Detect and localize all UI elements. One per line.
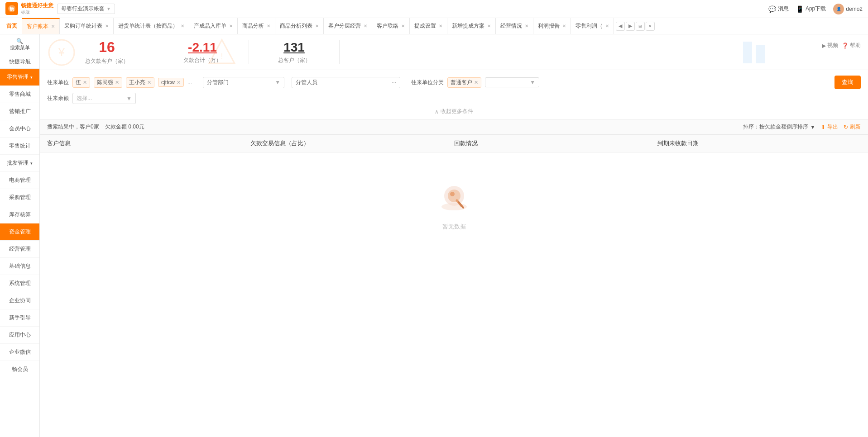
nav-expand-btn[interactable]: ⊞ (636, 22, 645, 31)
top-header: 畅 畅捷通好生意 标版 母婴行业演示帐套 ▼ 💬 消息 📱 App下载 👤 de… (0, 0, 868, 18)
nav-next-btn[interactable]: ▶ (626, 22, 635, 31)
sidebar-item-member-benefit[interactable]: 畅会员 (0, 361, 39, 378)
filter-tag-normal-customer-close[interactable]: ✕ (474, 80, 478, 86)
tab-close-icon[interactable]: ✕ (401, 24, 405, 28)
tab-customer-tier[interactable]: 客户分层经营 ✕ (324, 18, 372, 34)
sidebar-item-retail-stats[interactable]: 零售统计 (0, 138, 39, 155)
tab-close-icon[interactable]: ✕ (51, 24, 55, 29)
filter-person-select[interactable]: 分管人员 ··· (292, 77, 400, 88)
sidebar-item-ops-mgmt[interactable]: 经营管理 (0, 241, 39, 258)
tab-close-icon[interactable]: ✕ (364, 24, 367, 28)
stat-total-customers-label: 总客户（家） (278, 57, 311, 64)
stat-card-total-customers: 131 总客户（家） (249, 40, 340, 64)
tab-close-icon[interactable]: ✕ (105, 24, 109, 28)
top-header-right: 💬 消息 📱 App下载 👤 demo2 (768, 4, 863, 14)
filter-balance-label: 往来余额 (47, 95, 69, 102)
tab-new-promotion[interactable]: 新增提成方案 ✕ (447, 18, 496, 34)
sidebar-item-sys-mgmt[interactable]: 系统管理 (0, 275, 39, 292)
account-selector[interactable]: 母婴行业演示帐套 ▼ (57, 4, 115, 14)
tab-customer-connect-label: 客户联络 (377, 22, 398, 30)
filter-dept-select[interactable]: 分管部门 ▼ (203, 77, 284, 88)
tab-product-inbound-label: 产成品入库单 (194, 22, 226, 30)
tab-close-icon[interactable]: ✕ (229, 24, 233, 28)
app-download-btn[interactable]: 📱 App下载 (796, 5, 826, 13)
stat-total-customers-value: 131 (283, 40, 305, 55)
tab-close-icon[interactable]: ✕ (562, 24, 566, 28)
sidebar-item-purchase-mgmt[interactable]: 采购管理 (0, 189, 39, 206)
table-col-date-label: 到期未收款日期 (657, 140, 699, 147)
tab-business-status[interactable]: 经营情况 ✕ (496, 18, 533, 34)
result-bar: 搜索结果中，客户0家 欠款金额 0.00元 排序：按欠款金额倒序排序 ▼ ⬆ 导… (40, 119, 868, 135)
search-icon: 🔍 (16, 38, 23, 44)
tab-profit-report[interactable]: 利润报告 ✕ (533, 18, 571, 34)
sidebar-item-new-guide[interactable]: 新手引导 (0, 309, 39, 327)
export-btn[interactable]: ⬆ 导出 (821, 123, 838, 131)
tab-purchase-order[interactable]: 采购订单统计表 ✕ (60, 18, 114, 34)
tab-accounts[interactable]: 客户账本 ✕ (22, 18, 60, 34)
sidebar-item-retail-mall[interactable]: 零售商城 (0, 86, 39, 103)
tab-retail-profit[interactable]: 零售利润（ ✕ (571, 18, 614, 34)
tab-close-icon[interactable]: ✕ (487, 24, 491, 28)
tab-close-icon[interactable]: ✕ (605, 24, 609, 28)
nav-prev-btn[interactable]: ◀ (616, 22, 625, 31)
sort-select[interactable]: 排序：按欠款金额倒序排序 ▼ (743, 123, 815, 131)
filter-balance-select[interactable]: 选择... ▼ (72, 93, 136, 104)
sidebar-search[interactable]: 🔍 搜索菜单 (0, 34, 39, 55)
sidebar-item-basic-info[interactable]: 基础信息 (0, 258, 39, 275)
help-btn[interactable]: ❓ 帮助 (842, 42, 861, 49)
user-profile[interactable]: 👤 demo2 (833, 4, 863, 14)
tab-close-icon[interactable]: ✕ (181, 24, 184, 28)
collapse-btn[interactable]: ∧ 收起更多条件 (427, 108, 481, 115)
sidebar-item-enterprise-collab[interactable]: 企业协同 (0, 292, 39, 309)
filter-unit-class-label: 往来单位分类 (411, 79, 444, 86)
filter-tag-cjttcw-close[interactable]: ✕ (177, 80, 181, 86)
sidebar-item-enterprise-wechat[interactable]: 企业微信 (0, 344, 39, 361)
sidebar-item-inventory[interactable]: 库存核算 (0, 206, 39, 223)
refresh-btn[interactable]: ↻ 刷新 (844, 123, 861, 131)
filter-row-2: 往来余额 选择... ▼ (47, 93, 861, 104)
sidebar-item-marketing[interactable]: 营销推广 (0, 103, 39, 120)
sidebar-item-capital-mgmt-label: 资金管理 (9, 228, 31, 235)
tab-product-analysis-label: 商品分析 (242, 22, 264, 30)
tab-home[interactable]: 首页 (2, 18, 22, 34)
sidebar-item-capital-mgmt[interactable]: 资金管理 (0, 223, 39, 241)
filter-tag-chen-close[interactable]: ✕ (115, 80, 119, 86)
collapse-label: 收起更多条件 (441, 108, 473, 115)
filter-tag-wu-close[interactable]: ✕ (83, 80, 87, 86)
filter-tag-wang-close[interactable]: ✕ (147, 80, 151, 86)
filter-tag-wang: 王小亮 ✕ (126, 77, 154, 88)
tab-promotion-settings-label: 提成设置 (414, 22, 436, 30)
sidebar-item-batch-mgmt[interactable]: 批发管理 ▾ (0, 155, 39, 172)
tab-product-analysis[interactable]: 商品分析 ✕ (238, 18, 275, 34)
sidebar-item-retail-mgmt[interactable]: 零售管理 ▾ (0, 69, 39, 86)
chevron-icon: ▾ (30, 75, 33, 80)
tab-customer-connect[interactable]: 客户联络 ✕ (372, 18, 410, 34)
username: demo2 (846, 6, 863, 12)
tab-inbound-stats[interactable]: 进货单统计表（按商品） ✕ (114, 18, 189, 34)
tab-product-analysis-list[interactable]: 商品分析列表 ✕ (275, 18, 324, 34)
collapse-icon: ∧ (435, 109, 439, 115)
sidebar-item-member-center[interactable]: 会员中心 (0, 120, 39, 138)
filter-unit-class-select[interactable]: ▼ (485, 77, 539, 87)
tab-close-icon[interactable]: ✕ (315, 24, 319, 28)
tab-product-inbound[interactable]: 产成品入库单 ✕ (189, 18, 238, 34)
filter-more-btn[interactable]: ... (187, 79, 192, 86)
video-btn[interactable]: ▶ 视频 (822, 42, 838, 49)
stats-bg-icon-3 (739, 38, 768, 68)
sidebar-item-app-center[interactable]: 应用中心 (0, 327, 39, 344)
nav-close-all-btn[interactable]: ✕ (646, 22, 655, 31)
table-col-date: 到期未收款日期 (657, 139, 861, 147)
search-button[interactable]: 查询 (834, 76, 861, 89)
sidebar-quick-nav[interactable]: 快捷导航 (0, 55, 39, 69)
tab-close-icon[interactable]: ✕ (439, 24, 442, 28)
message-btn[interactable]: 💬 消息 (768, 5, 789, 13)
tab-close-icon[interactable]: ✕ (525, 24, 528, 28)
tab-purchase-order-label: 采购订单统计表 (64, 22, 102, 30)
tab-close-icon[interactable]: ✕ (267, 24, 270, 28)
chevron-sort-icon: ▼ (810, 124, 815, 130)
result-debt-amount: 欠款金额 0.00元 (105, 124, 144, 130)
sidebar-item-ecom-mgmt[interactable]: 电商管理 (0, 172, 39, 189)
tab-customer-tier-label: 客户分层经营 (328, 22, 361, 30)
tab-promotion-settings[interactable]: 提成设置 ✕ (410, 18, 447, 34)
filter-tag-wang-text: 王小亮 (129, 79, 145, 86)
